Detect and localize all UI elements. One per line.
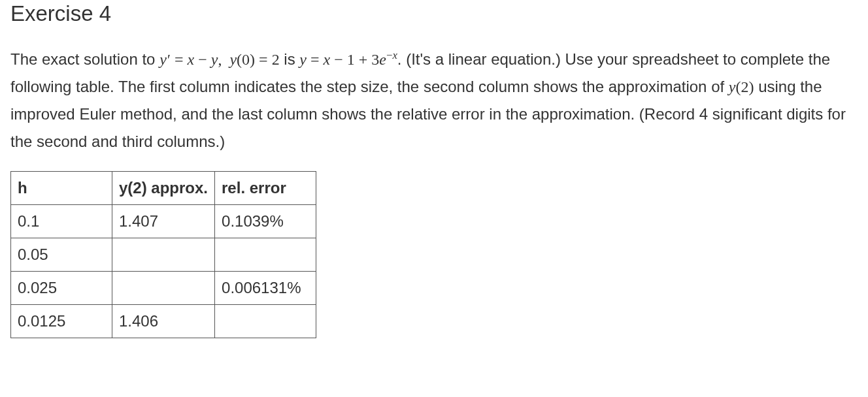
cell-h: 0.025	[11, 271, 112, 304]
equation-y2: y(2)	[729, 78, 754, 95]
problem-statement: The exact solution to y′ = x − y, y(0) =…	[10, 46, 858, 155]
cell-err	[215, 238, 316, 271]
text-p2: is	[280, 50, 300, 68]
table-header-row: h y(2) approx. rel. error	[11, 171, 316, 204]
equation-ode: y′ = x − y, y(0) = 2	[159, 51, 280, 68]
cell-h: 0.05	[11, 238, 112, 271]
header-approx: y(2) approx.	[112, 171, 215, 204]
text-p1: The exact solution to	[10, 50, 159, 68]
header-h: h	[11, 171, 112, 204]
cell-approx	[112, 271, 215, 304]
cell-approx: 1.406	[112, 304, 215, 338]
cell-err: 0.1039%	[215, 204, 316, 238]
table-row: 0.025 0.006131%	[11, 271, 316, 304]
cell-approx: 1.407	[112, 204, 215, 238]
cell-err: 0.006131%	[215, 271, 316, 304]
cell-h: 0.1	[11, 204, 112, 238]
cell-h: 0.0125	[11, 304, 112, 338]
table-row: 0.05	[11, 238, 316, 271]
exercise-title: Exercise 4	[10, 0, 858, 30]
table-row: 0.1 1.407 0.1039%	[11, 204, 316, 238]
header-err: rel. error	[215, 171, 316, 204]
table-row: 0.0125 1.406	[11, 304, 316, 338]
results-table: h y(2) approx. rel. error 0.1 1.407 0.10…	[10, 171, 316, 338]
cell-approx	[112, 238, 215, 271]
equation-solution: y = x − 1 + 3e−x	[299, 51, 397, 68]
cell-err	[215, 304, 316, 338]
